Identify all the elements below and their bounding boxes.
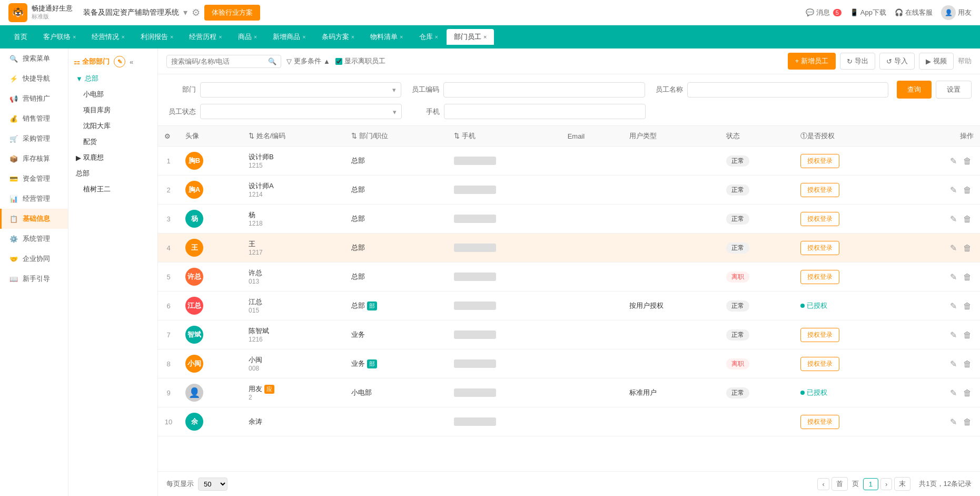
filter-empcode-input[interactable] xyxy=(443,82,645,98)
settings-icon[interactable]: ⚙ xyxy=(192,7,200,18)
auth-button[interactable]: 授权登录 xyxy=(800,328,839,342)
trial-button[interactable]: 体验行业方案 xyxy=(204,5,260,21)
auth-button[interactable]: 授权登录 xyxy=(800,241,839,255)
tab-close-icon[interactable]: × xyxy=(302,34,305,40)
th-dept[interactable]: ⇅ 部门/职位 xyxy=(345,126,448,147)
dept-edit-icon[interactable]: ✎ xyxy=(114,56,125,67)
show-resigned-label[interactable]: 显示离职员工 xyxy=(335,56,385,66)
dept-item-general[interactable]: ▼总部 xyxy=(68,71,157,86)
menu-item-finance[interactable]: 💳资金管理 xyxy=(0,169,68,189)
tab-close-icon[interactable]: × xyxy=(435,34,438,40)
nav-tab-客户联络[interactable]: 客户联络 × xyxy=(36,29,83,45)
edit-button[interactable]: ✎ xyxy=(948,302,959,310)
dept-collapse-icon[interactable]: « xyxy=(130,58,133,66)
menu-item-search[interactable]: 🔍搜索菜单 xyxy=(0,48,68,69)
menu-item-sales[interactable]: 💰销售管理 xyxy=(0,109,68,129)
th-settings[interactable]: ⚙ xyxy=(158,126,179,147)
delete-button[interactable]: 🗑 xyxy=(961,157,974,166)
dept-item-shuanglu[interactable]: ▶双鹿想 xyxy=(68,150,157,166)
menu-item-quick[interactable]: ⚡快捷导航 xyxy=(0,69,68,89)
export-button[interactable]: ↻ 导出 xyxy=(840,53,875,70)
edit-button[interactable]: ✎ xyxy=(948,388,959,397)
delete-button[interactable]: 🗑 xyxy=(961,417,974,426)
nav-tab-经营历程[interactable]: 经营历程 × xyxy=(182,29,229,45)
th-phone[interactable]: ⇅ 手机 xyxy=(448,126,561,147)
nav-tab-利润报告[interactable]: 利润报告 × xyxy=(133,29,181,45)
tab-close-icon[interactable]: × xyxy=(170,34,173,40)
nav-tab-经营情况[interactable]: 经营情况 × xyxy=(84,29,132,45)
add-employee-button[interactable]: + 新增员工 xyxy=(788,53,836,70)
query-button[interactable]: 查询 xyxy=(897,81,932,99)
filter-more-button[interactable]: ▽ 更多条件 ▲ xyxy=(286,56,330,66)
edit-button[interactable]: ✎ xyxy=(948,157,959,166)
auth-button[interactable]: 授权登录 xyxy=(800,183,839,197)
delete-button[interactable]: 🗑 xyxy=(961,388,974,397)
app-download-action[interactable]: 📱 App下载 xyxy=(850,8,886,17)
nav-tab-条码方案[interactable]: 条码方案 × xyxy=(314,29,362,45)
auth-button[interactable]: 授权登录 xyxy=(800,415,839,429)
tab-close-icon[interactable]: × xyxy=(400,34,403,40)
auth-button[interactable]: 授权登录 xyxy=(800,270,839,284)
dept-item-peihuo[interactable]: 配货 xyxy=(68,134,157,150)
dept-item-zhishu[interactable]: 植树王二 xyxy=(68,181,157,197)
import-button[interactable]: ↺ 导入 xyxy=(879,53,915,70)
edit-button[interactable]: ✎ xyxy=(948,244,959,252)
edit-button[interactable]: ✎ xyxy=(948,186,959,194)
menu-item-basic[interactable]: 📋基础信息 xyxy=(0,209,68,229)
show-resigned-checkbox[interactable] xyxy=(335,58,342,65)
edit-button[interactable]: ✎ xyxy=(948,359,959,368)
th-name[interactable]: ⇅ 姓名/编码 xyxy=(242,126,345,147)
auth-button[interactable]: 授权登录 xyxy=(800,212,839,226)
menu-item-inventory[interactable]: 📦库存核算 xyxy=(0,149,68,169)
tab-close-icon[interactable]: × xyxy=(73,34,76,40)
tab-close-icon[interactable]: × xyxy=(351,34,354,40)
nav-tab-新增商品[interactable]: 新增商品 × xyxy=(265,29,313,45)
auth-button[interactable]: 授权登录 xyxy=(800,154,839,168)
help-text[interactable]: 帮助 xyxy=(958,56,972,66)
tab-close-icon[interactable]: × xyxy=(254,34,257,40)
set-button[interactable]: 设置 xyxy=(936,81,972,99)
message-action[interactable]: 💬 消息 5 xyxy=(806,8,842,17)
nav-tab-仓库[interactable]: 仓库 × xyxy=(412,29,446,45)
dept-item-shenyang[interactable]: 沈阳大库 xyxy=(68,118,157,134)
nav-tab-物料清单[interactable]: 物料清单 × xyxy=(363,29,410,45)
delete-button[interactable]: 🗑 xyxy=(961,215,974,223)
dept-item-project[interactable]: 项目库房 xyxy=(68,102,157,118)
first-page-button[interactable]: 首 xyxy=(831,477,848,491)
view-button[interactable]: ▶ 视频 xyxy=(919,53,954,70)
filter-dept-select[interactable] xyxy=(200,82,401,98)
filter-status-select[interactable] xyxy=(200,104,402,119)
filter-phone-input[interactable] xyxy=(444,104,646,119)
delete-button[interactable]: 🗑 xyxy=(961,359,974,368)
prev-page-button[interactable]: ‹ xyxy=(817,478,829,490)
nav-tab-商品[interactable]: 商品 × xyxy=(231,29,264,45)
menu-item-system[interactable]: ⚙️系统管理 xyxy=(0,229,68,249)
nav-tab-首页[interactable]: 首页 xyxy=(6,29,35,45)
dept-item-zongbu[interactable]: 总部 xyxy=(68,166,157,181)
menu-item-operation[interactable]: 📊经营管理 xyxy=(0,189,68,209)
user-action[interactable]: 👤 用友 xyxy=(941,5,972,20)
tab-close-icon[interactable]: × xyxy=(219,34,222,40)
edit-button[interactable]: ✎ xyxy=(948,273,959,281)
menu-item-purchase[interactable]: 🛒采购管理 xyxy=(0,129,68,149)
edit-button[interactable]: ✎ xyxy=(948,417,959,426)
per-page-select[interactable]: 50 100 xyxy=(198,478,227,491)
delete-button[interactable]: 🗑 xyxy=(961,244,974,252)
edit-button[interactable]: ✎ xyxy=(948,215,959,223)
delete-button[interactable]: 🗑 xyxy=(961,273,974,281)
menu-item-guide[interactable]: 📖新手引导 xyxy=(0,269,68,289)
column-settings-icon[interactable]: ⚙ xyxy=(164,132,171,140)
search-box[interactable]: 🔍 xyxy=(166,55,281,68)
delete-button[interactable]: 🗑 xyxy=(961,186,974,194)
system-title-arrow[interactable]: ▾ xyxy=(183,7,187,17)
next-page-button[interactable]: › xyxy=(880,478,892,490)
menu-item-collab[interactable]: 🤝企业协同 xyxy=(0,249,68,269)
delete-button[interactable]: 🗑 xyxy=(961,330,974,339)
delete-button[interactable]: 🗑 xyxy=(961,302,974,310)
online-service-action[interactable]: 🎧 在线客服 xyxy=(895,8,933,17)
nav-tab-部门员工[interactable]: 部门员工 × xyxy=(447,29,494,45)
edit-button[interactable]: ✎ xyxy=(948,330,959,339)
tab-close-icon[interactable]: × xyxy=(121,34,124,40)
filter-empname-input[interactable] xyxy=(687,82,888,98)
last-page-button[interactable]: 末 xyxy=(894,477,910,491)
